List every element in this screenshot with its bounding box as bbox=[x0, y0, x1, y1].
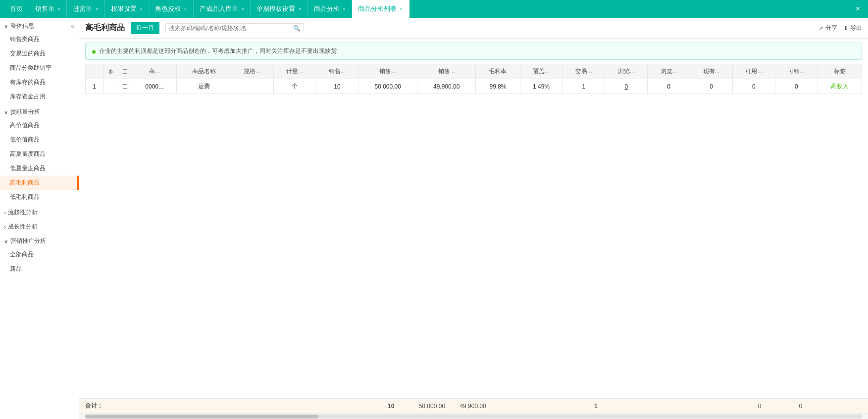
cell-sales-qty: 10 bbox=[316, 79, 358, 94]
sidebar-item-low-value[interactable]: 低价值商品 bbox=[0, 133, 79, 147]
col-header-transaction[interactable]: 交易... bbox=[562, 64, 605, 79]
sidebar-group-marketing[interactable]: ∨ 营销推广分析 bbox=[0, 233, 79, 247]
search-icon[interactable]: 🔍 bbox=[293, 25, 301, 32]
close-all-tabs-icon[interactable]: × bbox=[852, 4, 864, 13]
header-actions: ↗ 分享 ⬇ 导出 bbox=[818, 24, 862, 32]
sidebar: « ∨ 整体信息 销售类商品 交易过的商品 商品分类助销率 有库存的商品 库存资… bbox=[0, 18, 79, 419]
footer-total-bar: 合计： 10 50,000.00 49,900.00 1 0 0 bbox=[79, 398, 868, 413]
footer-available-stock: 0 bbox=[739, 403, 780, 410]
nav-tab-inbound[interactable]: 产成品入库单 × bbox=[194, 0, 251, 18]
nav-tab-roles[interactable]: 角色授权 × bbox=[149, 0, 193, 18]
footer-label: 合计： bbox=[85, 402, 125, 410]
search-box: 🔍 bbox=[165, 23, 304, 33]
filter-recent-month-button[interactable]: 近一月 bbox=[131, 22, 159, 34]
nav-tab-template[interactable]: 单据模板设置 × bbox=[251, 0, 307, 18]
sidebar-item-sales-goods[interactable]: 销售类商品 bbox=[0, 32, 79, 47]
col-header-unit[interactable]: 计量... bbox=[273, 64, 316, 79]
cell-sales-amount: 50,000.00 bbox=[358, 79, 417, 94]
sidebar-item-high-value[interactable]: 高价值商品 bbox=[0, 118, 79, 133]
horizontal-scrollbar[interactable] bbox=[79, 413, 868, 419]
nav-tab-home[interactable]: 首页 bbox=[4, 0, 29, 18]
search-input[interactable] bbox=[169, 25, 291, 32]
top-navigation: 首页 销售单 × 进货单 × 权限设置 × 角色授权 × 产成品入库单 × 单据… bbox=[0, 0, 868, 18]
col-header-sellable[interactable]: 可销... bbox=[775, 64, 817, 79]
sidebar-item-high-margin[interactable]: 高毛利商品 bbox=[0, 176, 79, 190]
sidebar-group-trend[interactable]: › 流趋性分析 bbox=[0, 204, 79, 219]
close-template-tab-icon[interactable]: × bbox=[298, 6, 301, 12]
sidebar-item-high-summer[interactable]: 高夏量度商品 bbox=[0, 147, 79, 161]
col-header-settings[interactable]: ⚙ bbox=[103, 64, 118, 79]
cell-unit: 个 bbox=[273, 79, 316, 94]
cell-gross-margin: 99.8% bbox=[476, 79, 520, 94]
sidebar-item-traded-goods[interactable]: 交易过的商品 bbox=[0, 47, 79, 61]
close-analysis-tab-icon[interactable]: × bbox=[343, 6, 346, 12]
nav-tab-analysis-list[interactable]: 商品分析列表 × bbox=[352, 0, 409, 18]
col-header-name[interactable]: 商品名称 bbox=[177, 64, 231, 79]
scrollbar-track bbox=[85, 415, 862, 419]
cell-settings bbox=[103, 79, 118, 94]
nav-tab-sales[interactable]: 销售单 × bbox=[29, 0, 67, 18]
close-sales-tab-icon[interactable]: × bbox=[57, 6, 60, 12]
sidebar-item-new-goods[interactable]: 新品 bbox=[0, 262, 79, 276]
col-header-sales-profit[interactable]: 销售... bbox=[417, 64, 475, 79]
main-layout: « ∨ 整体信息 销售类商品 交易过的商品 商品分类助销率 有库存的商品 库存资… bbox=[0, 18, 868, 419]
col-header-current-stock[interactable]: 现有... bbox=[690, 64, 733, 79]
close-analysis-list-tab-icon[interactable]: × bbox=[400, 6, 403, 12]
footer-transaction: 1 bbox=[575, 403, 616, 410]
info-icon: ◆ bbox=[92, 48, 96, 55]
col-header-checkbox[interactable]: ☐ bbox=[118, 64, 132, 79]
cell-checkbox[interactable]: ☐ bbox=[118, 79, 132, 94]
sidebar-group-contribution[interactable]: ∨ 贡献量分析 bbox=[0, 104, 79, 118]
col-header-gross-margin[interactable]: 毛利率 bbox=[476, 64, 520, 79]
col-header-tag[interactable]: 标签 bbox=[817, 64, 862, 79]
sidebar-item-low-margin[interactable]: 低毛利商品 bbox=[0, 190, 79, 204]
footer-sales-amount: 50,000.00 bbox=[411, 403, 453, 410]
nav-tab-permissions[interactable]: 权限设置 × bbox=[105, 0, 149, 18]
cell-spec bbox=[231, 79, 273, 94]
sidebar-item-stocked-goods[interactable]: 有库存的商品 bbox=[0, 75, 79, 90]
sidebar-group-arrow-marketing: ∨ bbox=[4, 238, 8, 245]
browse1-link[interactable]: 0 bbox=[624, 83, 628, 90]
close-roles-tab-icon[interactable]: × bbox=[184, 6, 187, 12]
col-header-sales-amount[interactable]: 销售... bbox=[358, 64, 417, 79]
col-header-browse1[interactable]: 浏览... bbox=[605, 64, 648, 79]
nav-tab-purchase[interactable]: 进货单 × bbox=[67, 0, 104, 18]
cell-name: 运费 bbox=[177, 79, 231, 94]
footer-sales-profit: 49,900.00 bbox=[453, 403, 494, 410]
content-area: 高毛利商品 近一月 🔍 ↗ 分享 ⬇ 导出 ◆ 企业的主要的利润都是这部分商品创… bbox=[79, 18, 868, 419]
sidebar-item-low-summer[interactable]: 低夏量度商品 bbox=[0, 161, 79, 176]
share-button[interactable]: ↗ 分享 bbox=[818, 24, 837, 32]
col-header-sales-qty[interactable]: 销售... bbox=[316, 64, 358, 79]
cell-current-stock: 0 bbox=[690, 79, 733, 94]
footer-sales-qty: 10 bbox=[370, 403, 411, 410]
table-header-row: ⚙ ☐ 商... 商品名称 规格... 计量... 销售... 销售... 销售… bbox=[86, 64, 862, 79]
footer-sellable: 0 bbox=[780, 403, 821, 410]
cell-browse1[interactable]: 0 bbox=[605, 79, 648, 94]
sidebar-group-growth[interactable]: › 成长性分析 bbox=[0, 219, 79, 233]
nav-tab-analysis[interactable]: 商品分析 × bbox=[308, 0, 352, 18]
close-purchase-tab-icon[interactable]: × bbox=[95, 6, 98, 12]
close-permissions-tab-icon[interactable]: × bbox=[140, 6, 143, 12]
sidebar-item-stock-capital[interactable]: 库存资金占用 bbox=[0, 90, 79, 104]
sidebar-group-overall[interactable]: ∨ 整体信息 bbox=[0, 18, 79, 32]
cell-index: 1 bbox=[86, 79, 103, 94]
cell-transaction: 1 bbox=[562, 79, 605, 94]
info-banner: ◆ 企业的主要的利润都是这部分商品创造的，可考虑加大推广，同时关注库存是不要出现… bbox=[85, 43, 862, 60]
col-header-code[interactable]: 商... bbox=[132, 64, 177, 79]
col-header-spec[interactable]: 规格... bbox=[231, 64, 273, 79]
export-button[interactable]: ⬇ 导出 bbox=[843, 24, 862, 32]
sidebar-group-arrow-growth: › bbox=[4, 224, 6, 231]
sidebar-collapse-button[interactable]: « bbox=[71, 22, 75, 30]
sidebar-item-category-rate[interactable]: 商品分类助销率 bbox=[0, 61, 79, 75]
col-header-index bbox=[86, 64, 103, 79]
scrollbar-thumb[interactable] bbox=[85, 415, 318, 419]
export-icon: ⬇ bbox=[843, 25, 848, 32]
table-container[interactable]: ⚙ ☐ 商... 商品名称 规格... 计量... 销售... 销售... 销售… bbox=[79, 64, 868, 398]
close-inbound-tab-icon[interactable]: × bbox=[241, 6, 244, 12]
sidebar-item-all-goods[interactable]: 全部商品 bbox=[0, 247, 79, 262]
share-icon: ↗ bbox=[818, 25, 823, 32]
sidebar-group-arrow-overall: ∨ bbox=[4, 23, 8, 30]
col-header-available-stock[interactable]: 可用... bbox=[732, 64, 775, 79]
col-header-browse2[interactable]: 浏览... bbox=[648, 64, 690, 79]
col-header-coverage[interactable]: 覆盖... bbox=[520, 64, 562, 79]
